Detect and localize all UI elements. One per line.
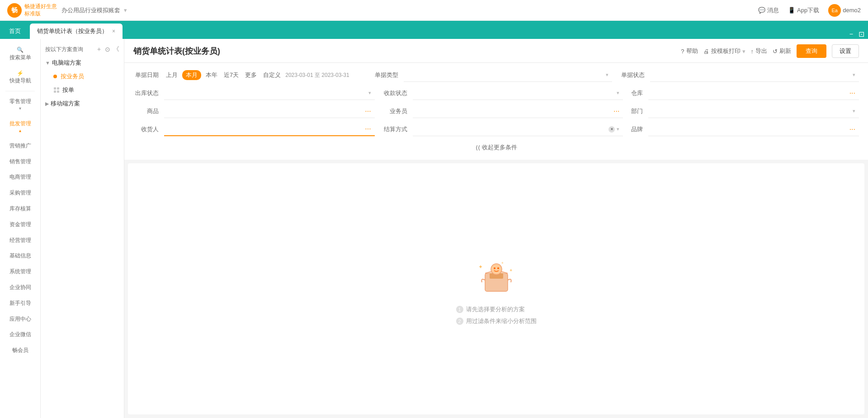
settlement-select[interactable]: × ▾ <box>413 123 623 136</box>
sidebar-item-member[interactable]: 畅会员 <box>2 343 38 358</box>
consignee-dots[interactable]: ··· <box>365 125 371 133</box>
date-tab-last-7-days[interactable]: 近7天 <box>222 70 241 80</box>
date-tab-last-month[interactable]: 上月 <box>164 70 179 80</box>
sidebar-item-inventory[interactable]: 库存核算 <box>2 201 38 216</box>
date-tab-more[interactable]: 更多 <box>243 70 259 80</box>
tab-maximize-icon[interactable]: ⊡ <box>859 30 864 38</box>
shortcuts-icon: ⚡ <box>4 70 37 77</box>
svg-point-6 <box>491 264 502 275</box>
empty-state: ✦ ✦ ✦ 1 请先选择要分析的方案 2 用过滤条件来缩小分析范围 <box>128 163 864 414</box>
settings-button[interactable]: 设置 <box>832 44 859 58</box>
sidebar-collab-label: 企业协同 <box>4 284 37 291</box>
collapse-filters-btn[interactable]: ⟨⟨ 收起更多条件 <box>476 141 517 154</box>
sidebar-system-label: 系统管理 <box>4 268 37 276</box>
sidebar-item-retail[interactable]: 零售管理 ▾ <box>2 94 38 115</box>
refresh-btn[interactable]: ↺ 刷新 <box>773 47 791 55</box>
help-btn[interactable]: ? 帮助 <box>681 47 698 55</box>
tab-home[interactable]: 首页 <box>2 24 28 39</box>
consignee-label: 收货人 <box>133 125 159 133</box>
date-tab-custom[interactable]: 自定义 <box>261 70 283 80</box>
sidebar-item-operations[interactable]: 经营管理 <box>2 233 38 248</box>
sidebar-item-finance[interactable]: 资金管理 <box>2 217 38 232</box>
message-action[interactable]: 💬 消息 <box>758 6 779 14</box>
consignee-input[interactable] <box>168 126 365 133</box>
sidebar-inventory-label: 库存核算 <box>4 205 37 213</box>
template-print-btn[interactable]: 🖨 按模板打印 ▾ <box>703 47 745 55</box>
salesperson-field: ··· <box>413 104 623 118</box>
collapse-panel-btn[interactable]: 《 <box>113 45 119 53</box>
wholesale-arrow: ▴ <box>4 128 37 134</box>
sidebar-item-collab[interactable]: 企业协同 <box>2 280 38 295</box>
salesperson-dots[interactable]: ··· <box>613 107 619 115</box>
retail-arrow: ▾ <box>4 105 37 112</box>
tip-2-text: 用过滤条件来缩小分析范围 <box>466 317 537 325</box>
receipt-status-select[interactable]: ▾ <box>413 86 623 100</box>
collapse-chevron-icon: ⟨⟨ <box>476 144 480 151</box>
sidebar-retail-label: 零售管理 <box>4 98 37 105</box>
goods-dots[interactable]: ··· <box>365 107 371 115</box>
sidebar-item-basic[interactable]: 基础信息 <box>2 248 38 263</box>
export-label: 导出 <box>755 47 767 55</box>
tree-section-pc[interactable]: ▼ 电脑端方案 <box>41 56 124 70</box>
sidebar-item-apps[interactable]: 应用中心 <box>2 312 38 327</box>
message-label: 消息 <box>767 6 779 14</box>
doc-type-dropdown-icon: ▾ <box>606 72 609 78</box>
doc-type-select[interactable]: ▾ <box>404 68 613 82</box>
left-panel-title: 按以下方案查询 <box>45 46 83 53</box>
tab-minimize-icon[interactable]: － <box>848 29 855 39</box>
sidebar-item-purchase[interactable]: 采购管理 <box>2 185 38 200</box>
settings-scheme-btn[interactable]: ⊙ <box>105 46 110 53</box>
salesperson-label: 业务员 <box>380 107 407 115</box>
sidebar-item-ecommerce[interactable]: 电商管理 <box>2 170 38 185</box>
sidebar-item-wechat[interactable]: 企业微信 <box>2 327 38 342</box>
mobile-section-label: 移动端方案 <box>51 100 80 108</box>
tree-item-by-order[interactable]: 按单 <box>41 83 124 97</box>
sidebar-finance-label: 资金管理 <box>4 221 37 228</box>
brand-field: ··· <box>648 123 859 136</box>
by-salesperson-label: 按业务员 <box>61 72 84 81</box>
sidebar-item-wholesale[interactable]: 批发管理 ▴ <box>2 116 38 138</box>
pc-section-label: 电脑端方案 <box>52 59 81 67</box>
breadcrumb-arrow: ▾ <box>124 7 127 14</box>
header-right: 💬 消息 📱 App下载 Ea demo2 <box>758 4 861 17</box>
sidebar-wechat-label: 企业微信 <box>4 331 37 338</box>
svg-rect-1 <box>57 87 59 90</box>
settlement-clear-btn[interactable]: × <box>609 126 615 133</box>
sidebar-wholesale-label: 批发管理 <box>4 120 37 128</box>
sidebar-item-system[interactable]: 系统管理 <box>2 264 38 279</box>
tree-item-by-salesperson[interactable]: 按业务员 <box>41 70 124 83</box>
page-title: 销货单统计表(按业务员) <box>133 46 220 57</box>
department-select[interactable]: ▾ <box>648 104 859 118</box>
sidebar-item-shortcuts[interactable]: ⚡ 快捷导航 <box>2 66 38 89</box>
sidebar-item-search[interactable]: 🔍 搜索菜单 <box>2 43 38 65</box>
date-tab-this-month[interactable]: 本月 <box>182 70 201 80</box>
breadcrumb-text: 办公用品行业模拟账套 <box>61 6 120 14</box>
warehouse-dots[interactable]: ··· <box>849 89 855 97</box>
out-status-select[interactable]: ▾ <box>164 86 375 100</box>
sidebar-marketing-label: 营销推广 <box>4 142 37 150</box>
query-button[interactable]: 查询 <box>797 44 826 58</box>
tree-section-mobile[interactable]: ▶ 移动端方案 <box>41 97 124 110</box>
brand-dots[interactable]: ··· <box>849 125 855 133</box>
doc-status-dropdown-icon: ▾ <box>853 72 855 78</box>
sidebar-item-marketing[interactable]: 营销推广 <box>2 138 38 153</box>
sidebar-item-guide[interactable]: 新手引导 <box>2 296 38 311</box>
doc-status-select[interactable]: ▾ <box>650 68 859 82</box>
department-dropdown-icon: ▾ <box>853 108 855 114</box>
export-btn[interactable]: ↑ 导出 <box>751 47 768 55</box>
tab-close-icon[interactable]: × <box>112 28 115 34</box>
app-download-action[interactable]: 📱 App下载 <box>788 6 819 14</box>
svg-text:✦: ✦ <box>478 264 483 270</box>
tab-bar: 首页 销货单统计表（按业务员） × － ⊡ <box>0 21 868 39</box>
goods-field: ··· <box>164 104 375 118</box>
date-tab-this-year[interactable]: 本年 <box>204 70 219 80</box>
add-scheme-btn[interactable]: ＋ <box>96 45 102 53</box>
tab-sales-stats[interactable]: 销货单统计表（按业务员） × <box>30 24 123 39</box>
user-area[interactable]: Ea demo2 <box>828 4 861 17</box>
svg-point-7 <box>494 267 495 269</box>
breadcrumb[interactable]: 办公用品行业模拟账套 ▾ <box>61 6 127 14</box>
filter-row-2: 出库状态 ▾ 收款状态 ▾ 仓库 ··· <box>133 86 859 100</box>
out-status-label: 出库状态 <box>133 89 159 97</box>
sidebar-item-sales[interactable]: 销售管理 <box>2 154 38 169</box>
svg-rect-3 <box>57 90 59 93</box>
